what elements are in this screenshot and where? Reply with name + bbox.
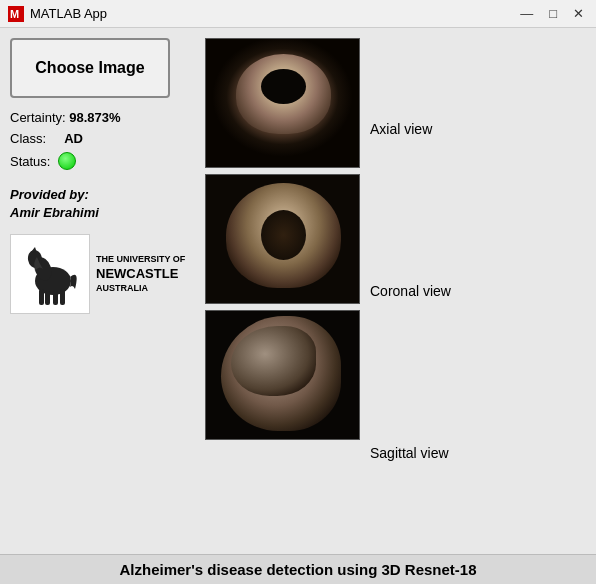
status-dot: [58, 152, 76, 170]
title-bar-left: M MATLAB App: [8, 6, 107, 22]
svg-rect-7: [53, 291, 58, 305]
choose-image-button[interactable]: Choose Image: [10, 38, 170, 98]
class-label: Class:: [10, 131, 46, 146]
labels-panel: Axial view Coronal view Sagittal view: [370, 38, 480, 544]
logo-box: [10, 234, 90, 314]
left-panel: Choose Image Certainty: 98.873% Class: A…: [10, 38, 195, 544]
university-line1: THE UNIVERSITY OF: [96, 254, 185, 266]
svg-rect-9: [39, 289, 44, 305]
certainty-label: Certainty:: [10, 110, 66, 125]
class-row: Class: AD: [10, 131, 195, 146]
university-logo: THE UNIVERSITY OF NEWCASTLE AUSTRALIA: [10, 234, 195, 314]
university-text: THE UNIVERSITY OF NEWCASTLE AUSTRALIA: [96, 254, 185, 294]
provided-by-label: Provided by:: [10, 186, 195, 204]
images-panel: [205, 38, 360, 544]
university-line3: AUSTRALIA: [96, 283, 185, 295]
university-seal: [15, 239, 85, 309]
axial-view-label: Axial view: [370, 121, 480, 137]
author-name: Amir Ebrahimi: [10, 204, 195, 222]
class-value: AD: [64, 131, 83, 146]
sagittal-mri-image: [205, 310, 360, 440]
window-title: MATLAB App: [30, 6, 107, 21]
sagittal-view-label: Sagittal view: [370, 445, 480, 461]
svg-rect-6: [45, 291, 50, 305]
coronal-mri-image: [205, 174, 360, 304]
matlab-icon: M: [8, 6, 24, 22]
provided-by: Provided by: Amir Ebrahimi: [10, 186, 195, 222]
svg-text:M: M: [10, 8, 19, 20]
content-area: Choose Image Certainty: 98.873% Class: A…: [0, 28, 596, 554]
info-section: Certainty: 98.873% Class: AD Status:: [10, 110, 195, 170]
coronal-view-label: Coronal view: [370, 283, 480, 299]
footer-bar: Alzheimer's disease detection using 3D R…: [0, 554, 596, 584]
title-bar-controls: — □ ✕: [516, 7, 588, 20]
svg-rect-8: [60, 289, 65, 305]
university-line2: NEWCASTLE: [96, 266, 185, 283]
status-label: Status:: [10, 154, 50, 169]
certainty-value: 98.873%: [69, 110, 120, 125]
certainty-row: Certainty: 98.873%: [10, 110, 195, 125]
maximize-button[interactable]: □: [545, 7, 561, 20]
svg-marker-5: [31, 247, 37, 253]
main-content: Choose Image Certainty: 98.873% Class: A…: [0, 28, 596, 584]
footer-title: Alzheimer's disease detection using 3D R…: [119, 561, 476, 578]
title-bar: M MATLAB App — □ ✕: [0, 0, 596, 28]
close-button[interactable]: ✕: [569, 7, 588, 20]
status-row: Status:: [10, 152, 195, 170]
minimize-button[interactable]: —: [516, 7, 537, 20]
axial-mri-image: [205, 38, 360, 168]
